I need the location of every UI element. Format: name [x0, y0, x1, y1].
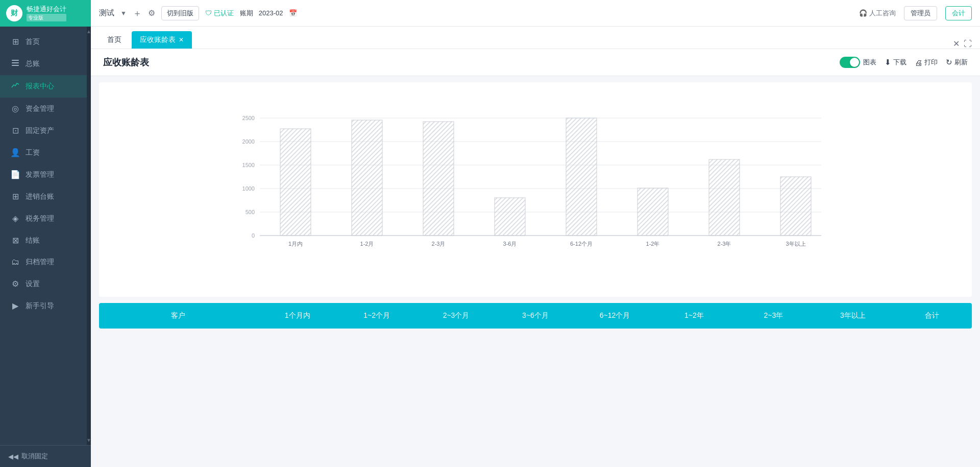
settings-icon: ⚙	[10, 279, 20, 289]
sidebar-item-archive[interactable]: 🗂 归档管理	[0, 251, 87, 273]
archive-icon: 🗂	[10, 258, 20, 267]
sidebar-label-home: 首页	[26, 37, 40, 46]
add-company-btn[interactable]: ＋	[133, 7, 142, 19]
svg-text:2-3年: 2-3年	[718, 241, 731, 247]
close-account-icon: ⊠	[10, 236, 20, 245]
svg-text:1-2年: 1-2年	[646, 241, 660, 247]
page-actions: 图表 ⬇ 下载 🖨 打印 ↻ 刷新	[840, 57, 968, 68]
refresh-btn[interactable]: ↻ 刷新	[946, 58, 968, 67]
svg-text:6-12个月: 6-12个月	[570, 241, 593, 247]
refresh-icon: ↻	[946, 58, 952, 67]
certified-badge: 🛡 已认证	[205, 9, 234, 18]
chart-toggle[interactable]	[840, 57, 860, 68]
table-header: 客户 1个月内 1~2个月 2~3个月 3~6个月 6~12个月 1~2年 2~…	[99, 303, 972, 329]
app-badge: 专业版	[27, 14, 66, 21]
svg-rect-2	[12, 65, 19, 66]
download-icon: ⬇	[885, 58, 891, 67]
th-3plus-year: 3年以上	[813, 303, 892, 329]
sidebar-footer: ◀◀ 取消固定	[0, 445, 91, 467]
th-1-2year: 1~2年	[654, 303, 733, 329]
scroll-down-btn[interactable]: ▼	[86, 437, 91, 443]
tab-bar-actions: ✕ ⛶	[953, 39, 972, 49]
sidebar-item-home[interactable]: ⊞ 首页	[0, 31, 87, 53]
svg-text:3-6月: 3-6月	[503, 241, 517, 247]
sidebar-item-tax[interactable]: ◈ 税务管理	[0, 207, 87, 229]
inventory-icon: ⊞	[10, 192, 20, 201]
print-btn[interactable]: 🖨 打印	[915, 58, 938, 67]
bar-1-2month	[352, 120, 382, 236]
svg-rect-1	[12, 62, 19, 63]
svg-text:0: 0	[252, 232, 255, 239]
settings-btn[interactable]: ⚙	[148, 8, 155, 18]
sidebar-item-salary[interactable]: 👤 工资	[0, 142, 87, 164]
sidebar-item-close[interactable]: ⊠ 结账	[0, 229, 87, 251]
window-close-btn[interactable]: ✕	[953, 39, 960, 49]
cancel-fixed-btn[interactable]: ◀◀ 取消固定	[8, 452, 83, 461]
page-content: 应收账龄表 图表 ⬇ 下载 🖨 打印 ↻ 刷新	[91, 49, 980, 467]
sidebar-item-ledger[interactable]: 总账	[0, 53, 87, 75]
tab-bar: 首页 应收账龄表 ✕ ✕ ⛶	[91, 27, 980, 49]
main-content: 测试 ▼ ＋ ⚙ 切到旧版 🛡 已认证 账期 2023-02 📅 🎧 人工咨询 …	[91, 0, 980, 467]
switch-version-btn[interactable]: 切到旧版	[161, 6, 199, 20]
manager-btn[interactable]: 管理员	[904, 6, 937, 20]
refresh-label: 刷新	[954, 58, 968, 67]
sidebar-logo: 财 畅捷通好会计 专业版	[0, 0, 91, 27]
certified-label: 已认证	[214, 9, 234, 18]
sidebar-item-invoice[interactable]: 📄 发票管理	[0, 164, 87, 185]
home-icon: ⊞	[10, 37, 20, 46]
sidebar-item-settings[interactable]: ⚙ 设置	[0, 273, 87, 295]
th-3-6month: 3~6个月	[496, 303, 575, 329]
bar-2-3year	[709, 159, 740, 236]
print-icon: 🖨	[915, 58, 922, 67]
cancel-fixed-label: 取消固定	[21, 452, 48, 461]
sidebar-label-close: 结账	[26, 236, 40, 245]
th-1month: 1个月内	[258, 303, 337, 329]
assets-icon: ⊡	[10, 126, 20, 135]
company-dropdown-btn[interactable]: ▼	[120, 10, 127, 17]
th-total: 合计	[893, 303, 972, 329]
sidebar-item-reports[interactable]: 报表中心	[0, 75, 87, 98]
page-header: 应收账龄表 图表 ⬇ 下载 🖨 打印 ↻ 刷新	[91, 49, 980, 76]
sidebar: 财 畅捷通好会计 专业版 ⊞ 首页 总账 报表中心	[0, 0, 91, 467]
logo-icon: 财	[6, 5, 22, 21]
sidebar-item-inventory[interactable]: ⊞ 进销台账	[0, 185, 87, 207]
consult-btn[interactable]: 🎧 人工咨询	[859, 9, 896, 18]
sidebar-item-funds[interactable]: ◎ 资金管理	[0, 98, 87, 120]
sidebar-label-archive: 归档管理	[26, 258, 54, 267]
certified-icon: 🛡	[205, 9, 212, 17]
tab-home-label: 首页	[107, 35, 121, 44]
cancel-fixed-icon: ◀◀	[8, 453, 18, 460]
sidebar-label-settings: 设置	[26, 279, 40, 289]
page-title: 应收账龄表	[103, 56, 149, 68]
accountant-btn[interactable]: 会计	[945, 6, 972, 20]
svg-rect-0	[12, 60, 19, 61]
calendar-icon[interactable]: 📅	[289, 9, 297, 17]
bar-3-6month	[495, 198, 525, 236]
period-value: 2023-02	[259, 9, 283, 17]
window-expand-btn[interactable]: ⛶	[964, 39, 972, 49]
ledger-icon	[10, 59, 20, 69]
headset-icon: 🎧	[859, 9, 867, 17]
sidebar-label-guide: 新手引导	[26, 301, 54, 311]
chart-toggle-label: 图表	[863, 58, 876, 67]
bar-6-12month	[566, 118, 597, 236]
th-customer: 客户	[99, 303, 258, 329]
sidebar-label-tax: 税务管理	[26, 214, 54, 223]
svg-text:2000: 2000	[242, 138, 255, 145]
table-area: 客户 1个月内 1~2个月 2~3个月 3~6个月 6~12个月 1~2年 2~…	[99, 303, 972, 329]
tab-close-btn[interactable]: ✕	[179, 36, 184, 43]
tab-home[interactable]: 首页	[99, 31, 130, 49]
salary-icon: 👤	[10, 148, 20, 157]
bar-1-2year	[638, 188, 668, 236]
app-name: 畅捷通好会计	[27, 5, 66, 14]
sidebar-item-assets[interactable]: ⊡ 固定资产	[0, 120, 87, 142]
scroll-up-btn[interactable]: ▲	[86, 29, 91, 34]
sidebar-nav: ⊞ 首页 总账 报表中心 ◎ 资金管理 ⊡ 固定资产	[0, 27, 87, 445]
invoice-icon: 📄	[10, 170, 20, 179]
tab-aging[interactable]: 应收账龄表 ✕	[132, 31, 192, 49]
chart-toggle-wrap: 图表	[840, 57, 876, 68]
sidebar-item-guide[interactable]: ▶ 新手引导	[0, 295, 87, 317]
toggle-knob	[850, 58, 859, 67]
download-btn[interactable]: ⬇ 下载	[885, 58, 906, 67]
sidebar-label-ledger: 总账	[26, 59, 40, 68]
